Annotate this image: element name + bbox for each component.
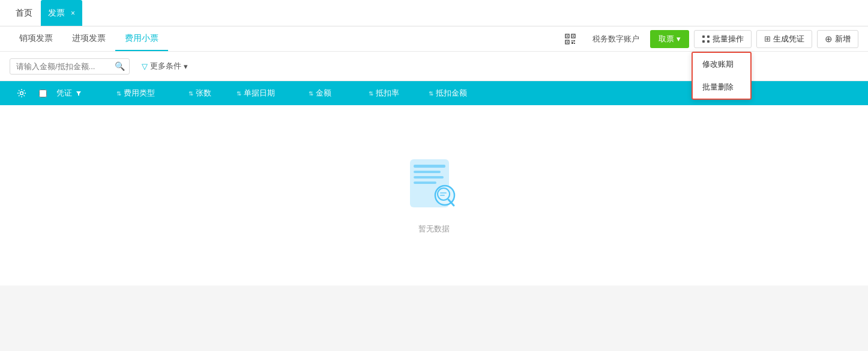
add-button[interactable]: ⊕ 新增 (817, 30, 858, 48)
th-deduct[interactable]: ⇅ 抵扣金额 (424, 88, 496, 99)
empty-state-text: 暂无数据 (418, 224, 450, 234)
invoice-tab-label: 发票 (48, 8, 65, 19)
filter-icon: ▽ (142, 62, 148, 71)
search-wrap: 🔍 (10, 58, 130, 75)
modify-period-item[interactable]: 修改账期 (693, 53, 750, 76)
sort-arrow-rate: ⇅ (369, 90, 373, 97)
tab-purchase-invoice[interactable]: 进项发票 (62, 26, 115, 51)
take-ticket-label: 取票 (659, 34, 674, 44)
svg-rect-9 (574, 43, 575, 44)
th-type-label: 费用类型 (124, 88, 155, 99)
filter-label: 更多条件 (150, 61, 181, 72)
batch-button-wrap: 批量操作 修改账期 批量删除 (694, 30, 752, 48)
svg-rect-20 (414, 182, 436, 184)
batch-icon (702, 35, 710, 43)
more-filter-button[interactable]: ▽ 更多条件 ▾ (136, 58, 194, 75)
batch-operation-button[interactable]: 批量操作 (694, 30, 752, 48)
home-tab[interactable]: 首页 (10, 5, 38, 21)
th-rate[interactable]: ⇅ 抵扣率 (364, 88, 424, 99)
th-voucher-label: 凭证 (56, 88, 72, 99)
search-input[interactable] (10, 58, 130, 75)
take-ticket-arrow: ▾ (677, 34, 681, 43)
sort-arrow-up: ⇅ (116, 90, 121, 97)
svg-rect-11 (707, 35, 710, 38)
th-date[interactable]: ⇅ 单据日期 (232, 88, 304, 99)
th-amount[interactable]: ⇅ 金额 (304, 88, 364, 99)
th-settings[interactable] (10, 88, 34, 98)
th-count[interactable]: ⇅ 张数 (184, 88, 232, 99)
batch-label: 批量操作 (713, 34, 744, 44)
voucher-icon-sym: ⊞ (764, 34, 771, 43)
svg-rect-12 (702, 40, 705, 43)
search-icon[interactable]: 🔍 (115, 61, 125, 71)
tax-digital-account-button[interactable]: 税务数字账户 (586, 31, 645, 47)
sub-tabs-left: 销项发票 进项发票 费用小票 (10, 26, 168, 51)
th-voucher-filter-icon (76, 90, 82, 96)
th-count-label: 张数 (196, 88, 211, 99)
svg-rect-7 (573, 40, 575, 41)
svg-rect-10 (702, 35, 705, 38)
close-tab-button[interactable]: × (71, 9, 75, 17)
qr-code-button[interactable] (559, 31, 582, 47)
batch-delete-item[interactable]: 批量删除 (693, 76, 750, 99)
select-all-checkbox[interactable] (39, 90, 47, 97)
svg-rect-19 (414, 176, 444, 179)
sort-arrow-deduct: ⇅ (429, 90, 433, 97)
svg-rect-24 (440, 192, 447, 194)
tax-digital-account-label: 税务数字账户 (592, 34, 639, 44)
tab-sale-invoice[interactable]: 销项发票 (10, 26, 62, 51)
svg-rect-13 (707, 40, 710, 43)
sort-arrow-amount: ⇅ (309, 90, 313, 97)
settings-icon (17, 88, 26, 98)
svg-rect-18 (414, 171, 441, 173)
th-amount-label: 金额 (316, 88, 331, 99)
th-voucher[interactable]: 凭证 (52, 88, 112, 99)
take-ticket-button[interactable]: 取票 ▾ (650, 30, 689, 48)
svg-point-14 (20, 92, 23, 95)
add-label: 新增 (835, 34, 851, 44)
sort-arrow-count: ⇅ (188, 90, 193, 97)
sub-tabs-right: 税务数字账户 取票 ▾ 批量操作 修改账期 批量删除 ⊞ (559, 30, 858, 48)
generate-voucher-button[interactable]: ⊞ 生成凭证 (756, 30, 812, 48)
svg-rect-25 (440, 195, 445, 196)
empty-illustration (398, 156, 470, 216)
svg-rect-3 (573, 35, 574, 37)
th-date-label: 单据日期 (244, 88, 275, 99)
svg-rect-5 (567, 41, 568, 43)
svg-rect-6 (571, 40, 573, 41)
sort-arrow-date: ⇅ (237, 90, 241, 97)
svg-marker-15 (76, 91, 81, 96)
filter-chevron: ▾ (184, 62, 188, 71)
th-type[interactable]: ⇅ 费用类型 (112, 88, 184, 99)
svg-rect-8 (571, 42, 573, 44)
invoice-tab[interactable]: 发票 × (41, 0, 82, 26)
th-checkbox[interactable] (34, 90, 52, 97)
table-body: 暂无数据 (0, 105, 868, 285)
svg-rect-17 (414, 165, 445, 168)
add-icon: ⊕ (825, 34, 833, 44)
tab-expense-receipt[interactable]: 费用小票 (115, 26, 168, 51)
svg-rect-1 (567, 35, 568, 37)
batch-dropdown-menu: 修改账期 批量删除 (692, 52, 752, 100)
th-deduct-label: 抵扣金额 (436, 88, 467, 99)
sub-tabs-bar: 销项发票 进项发票 费用小票 税务数字账户 (0, 26, 868, 52)
top-nav: 首页 发票 × (0, 0, 868, 26)
th-rate-label: 抵扣率 (376, 88, 399, 99)
qr-icon (565, 34, 576, 44)
generate-voucher-label: 生成凭证 (773, 34, 804, 44)
